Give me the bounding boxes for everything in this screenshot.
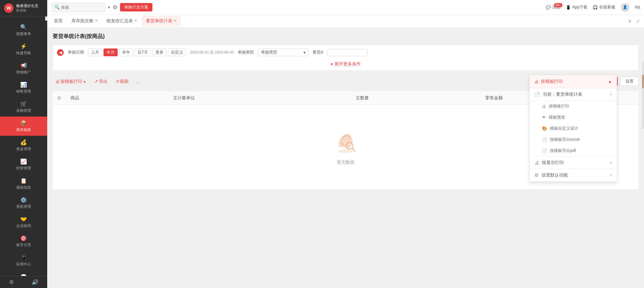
date-btn-last-month[interactable]: 上月 xyxy=(88,49,102,56)
tab-home[interactable]: 首页 xyxy=(50,16,67,27)
search-input[interactable] xyxy=(61,5,102,10)
tab-receipt-summary[interactable]: 收发存汇总表 ✕ xyxy=(103,16,141,27)
sidebar-item-quick-nav[interactable]: ⚡ 快捷导航 xyxy=(0,40,47,59)
tab-expand-button[interactable]: ⤢ xyxy=(635,18,641,25)
current-template-item[interactable]: 📄 当前：要货单统计表 ▾ xyxy=(530,88,617,100)
tab-label: 要货单统计表 xyxy=(146,18,172,24)
headset-icon: 🎧 xyxy=(593,5,598,10)
home-label: 首页 xyxy=(54,18,63,24)
expand-label: 展开更多条件 xyxy=(334,61,361,67)
sidebar-item-basic[interactable]: 📋 基础信息 xyxy=(0,174,47,193)
topbar-gear-icon[interactable]: ⚙ xyxy=(113,4,117,10)
tab-order-stats[interactable]: 要货单统计表 ✕ xyxy=(142,16,181,27)
goods-input[interactable] xyxy=(327,49,368,56)
sidebar-item-label: 资金管理 xyxy=(16,147,31,152)
sidebar-item-operation[interactable]: 📈 经营管理 xyxy=(0,155,47,174)
sidebar-item-label: 快捷导航 xyxy=(16,51,31,56)
date-btn-custom[interactable]: 自定义 xyxy=(168,49,186,56)
sidebar-item-system[interactable]: ⚙️ 系统管理 xyxy=(0,193,47,213)
sidebar-item-wechat[interactable]: 💬 企业微信 xyxy=(0,270,47,276)
sidebar-item-enterprise[interactable]: 🤝 企业协同 xyxy=(0,213,47,232)
wechat-icon: 💬 xyxy=(20,274,27,276)
sidebar: W 畅康通好生意 标准版 🔍 搜索菜单 ⚡ 快捷导航 📢 营销推广 📊 销售管理… xyxy=(0,0,47,288)
tab-label: 收发存汇总表 xyxy=(107,18,133,24)
topbar-dropdown-arrow[interactable]: ▾ xyxy=(108,5,110,10)
pdf-sub-icon: 📄 xyxy=(542,148,547,153)
sidebar-item-purchase[interactable]: 🛒 采购管理 xyxy=(0,97,47,117)
empty-illustration xyxy=(332,128,359,155)
refresh-button[interactable]: ↺ 刷新 xyxy=(113,77,131,86)
template-preview-item[interactable]: 👁 模板预览 xyxy=(530,112,617,123)
newbie-icon: 🎯 xyxy=(20,235,27,242)
print-dropdown-toggle[interactable]: ▲ xyxy=(608,79,612,84)
app-logo-icon: W xyxy=(4,3,13,13)
empty-text: 暂无数据 xyxy=(337,159,354,165)
sidebar-item-inventory[interactable]: 📦 库存核算 xyxy=(0,117,47,136)
sidebar-item-app-center[interactable]: 📱 应用中心 xyxy=(0,251,47,270)
app-download-button[interactable]: 📱 App下载 xyxy=(566,4,587,10)
design-sub-icon: 🎨 xyxy=(542,126,547,131)
export-icon: ↗ xyxy=(94,79,98,84)
sidebar-item-search[interactable]: 🔍 搜索菜单 xyxy=(0,21,47,40)
sidebar-item-newbie[interactable]: 🎯 新手引导 xyxy=(0,232,47,251)
sidebar-item-label: 销售管理 xyxy=(16,89,31,94)
more-options-button[interactable]: ... xyxy=(134,78,141,85)
basic-icon: 📋 xyxy=(20,178,27,184)
messages-badge: 99+ xyxy=(554,3,562,7)
svg-point-0 xyxy=(338,150,353,153)
display-print-icon: 🖨 xyxy=(534,160,539,165)
export-button[interactable]: ↗ 导出 xyxy=(92,77,110,86)
default-func-item[interactable]: ⚙ 设置默认功能 ▾ xyxy=(530,169,617,181)
type-label: 单据类型 xyxy=(238,50,254,55)
expand-filter-button[interactable]: ▾ 展开更多条件 xyxy=(331,61,361,67)
username-label[interactable]: Rit xyxy=(635,5,640,10)
trial-button[interactable]: 体验行业方案 xyxy=(120,3,152,11)
display-print-item[interactable]: 🖨 按显示打印 ▾ xyxy=(530,157,617,169)
tab-close-all-button[interactable]: ✕ xyxy=(626,18,633,25)
excel-sub-icon: 📄 xyxy=(542,137,547,142)
filter-row: ◀ 单据日期 上月 本月 本年 近7天 更多 自定义 2023-06-01 至 … xyxy=(57,49,634,56)
sidebar-item-marketing[interactable]: 📢 营销推广 xyxy=(0,59,47,78)
tab-close-icon[interactable]: ✕ xyxy=(134,19,137,23)
template-design-item[interactable]: 🎨 模板自定义设计 xyxy=(530,123,617,134)
date-range-display: 2023-06-01 至 2023-06-30 xyxy=(190,50,234,55)
template-preview-label: 模板预览 xyxy=(549,115,565,120)
sidebar-item-sales[interactable]: 📊 销售管理 xyxy=(0,78,47,97)
online-service-button[interactable]: 🎧 在线客服 xyxy=(593,4,615,10)
template-print-item[interactable]: 🖨 按模板打印 xyxy=(530,101,617,112)
template-export-pdf-item[interactable]: 📄 按模板导出pdf xyxy=(530,145,617,156)
default-func-label: 设置默认功能 xyxy=(541,172,607,178)
page-content: 要货单统计表(按商品) ◀ 单据日期 上月 本月 本年 近7天 更多 自定义 2… xyxy=(47,28,644,288)
date-btn-7days[interactable]: 近7天 xyxy=(135,49,151,56)
tab-close-icon[interactable]: ✕ xyxy=(95,19,98,23)
messages-button[interactable]: 💬 消息 99+ xyxy=(546,4,560,10)
filter-toggle-icon[interactable]: ◀ xyxy=(57,49,64,56)
sound-bottom-icon[interactable]: 🔊 xyxy=(32,279,38,285)
page-scrollbar[interactable] xyxy=(642,61,644,129)
printer-icon: 🖨 xyxy=(55,79,60,84)
sidebar-item-label: 基础信息 xyxy=(16,185,31,190)
default-func-chevron: ▾ xyxy=(610,173,612,178)
chevron-up-icon: ▲ xyxy=(83,79,86,83)
tab-inventory-batch[interactable]: 库存批次账 ✕ xyxy=(67,16,102,27)
template-export-excel-item[interactable]: 📄 按模板导出excel xyxy=(530,134,617,145)
date-btn-more[interactable]: 更多 xyxy=(152,49,167,56)
table-settings-icon[interactable]: ⚙ xyxy=(57,95,61,101)
tab-close-icon[interactable]: ✕ xyxy=(174,19,177,23)
date-btn-this-year[interactable]: 本年 xyxy=(119,49,133,56)
search-icon: 🔍 xyxy=(54,5,60,10)
app-name: 畅康通好生意 xyxy=(16,3,38,8)
print-template-button[interactable]: 🖨 按模板打印 ▲ xyxy=(53,77,89,86)
sales-icon: 📊 xyxy=(20,82,27,88)
settings-bottom-icon[interactable]: ⚙ xyxy=(9,279,14,285)
settings-button[interactable]: 设置 xyxy=(620,77,639,86)
display-print-chevron: ▾ xyxy=(610,161,612,165)
sidebar-item-finance[interactable]: 💰 资金管理 xyxy=(0,136,47,155)
date-btn-this-month[interactable]: 本月 xyxy=(104,49,118,56)
sidebar-item-label: 采购管理 xyxy=(16,108,31,113)
scrollbar-thumb[interactable] xyxy=(642,75,644,88)
user-avatar[interactable]: 👤 xyxy=(621,3,630,12)
topbar-search-box[interactable]: 🔍 xyxy=(51,3,105,12)
date-label: 单据日期 xyxy=(68,50,84,55)
type-select[interactable]: 单据类型 ▾ xyxy=(258,49,309,56)
